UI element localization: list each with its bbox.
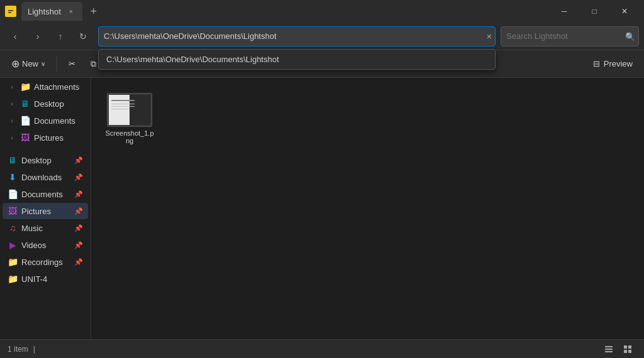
pin-icon: 📌	[74, 224, 83, 232]
cut-icon: ✂	[69, 59, 75, 68]
recordings-pin-icon: 📁	[8, 257, 18, 267]
sidebar-item-label: Pictures	[21, 207, 51, 216]
expand-icon: ›	[8, 133, 16, 142]
up-icon: ↑	[58, 31, 63, 41]
grid-view-button[interactable]	[619, 342, 636, 357]
downloads-pin-icon: ⬇	[8, 172, 18, 182]
search-input[interactable]	[501, 26, 639, 46]
back-icon: ‹	[14, 31, 17, 41]
list-view-button[interactable]	[600, 342, 618, 357]
sidebar-item-label: Music	[21, 224, 43, 233]
address-bar-container: × C:\Users\mehta\OneDrive\Documents\Ligh…	[98, 26, 496, 46]
new-tab-button[interactable]: +	[85, 3, 103, 20]
sidebar-item-videos-pin[interactable]: ▶ Videos 📌	[3, 237, 88, 253]
new-label: New	[22, 59, 38, 68]
window-controls: ─ □ ✕	[550, 2, 639, 21]
documents-pin-icon: 📄	[8, 189, 18, 199]
sidebar-item-label: Recordings	[21, 258, 63, 267]
svg-rect-6	[624, 345, 627, 349]
new-button[interactable]: ⊕ New ∨	[5, 55, 52, 72]
address-dropdown: C:\Users\mehta\OneDrive\Documents\Lights…	[98, 49, 496, 70]
sidebar-item-attachments[interactable]: › 📁 Attachments	[3, 79, 88, 95]
desktop-pin-icon: 🖥	[8, 155, 18, 165]
sidebar-divider	[0, 146, 91, 151]
dropdown-suggestion-item[interactable]: C:\Users\mehta\OneDrive\Documents\Lights…	[99, 50, 495, 69]
view-toggle	[600, 342, 636, 357]
toolbar-separator-1	[57, 57, 57, 72]
new-caret-icon: ∨	[41, 60, 45, 67]
desktop-icon: 🖥	[20, 99, 30, 109]
sidebar-item-documents-pin[interactable]: 📄 Documents 📌	[3, 186, 88, 202]
tab-lightshot[interactable]: Lightshot ×	[21, 2, 82, 21]
pin-icon: 📌	[74, 258, 83, 266]
address-clear-button[interactable]: ×	[487, 31, 492, 41]
file-name: Screenshot_1.png	[104, 129, 155, 144]
expand-icon: ›	[8, 82, 16, 91]
preview-icon: ⊟	[593, 59, 600, 68]
svg-rect-5	[605, 351, 613, 352]
cursor-indicator: |	[33, 345, 35, 354]
minimize-button[interactable]: ─	[550, 2, 579, 21]
preview-button[interactable]: ⊟ Preview	[587, 57, 639, 71]
tab-close-button[interactable]: ×	[66, 6, 76, 16]
address-input[interactable]	[98, 26, 496, 46]
pin-icon: 📌	[74, 173, 83, 182]
sidebar-item-desktop-pin[interactable]: 🖥 Desktop 📌	[3, 152, 88, 168]
sidebar-item-pictures[interactable]: › 🖼 Pictures	[3, 129, 88, 146]
sidebar-item-label: Desktop	[34, 99, 64, 109]
sidebar-item-label: Videos	[21, 241, 47, 250]
app-icon	[5, 6, 16, 17]
new-icon: ⊕	[11, 58, 19, 70]
attachments-icon: 📁	[20, 82, 30, 92]
sidebar-item-music-pin[interactable]: ♫ Music 📌	[3, 220, 88, 236]
pin-icon: 📌	[74, 156, 83, 165]
svg-rect-8	[624, 350, 627, 353]
sidebar-item-unit4[interactable]: 📁 UNIT-4	[3, 271, 88, 287]
svg-rect-0	[7, 8, 14, 15]
cut-button[interactable]: ✂	[62, 57, 82, 71]
sidebar-item-desktop[interactable]: › 🖥 Desktop	[3, 95, 88, 112]
svg-rect-3	[605, 346, 613, 347]
sidebar-item-recordings-pin[interactable]: 📁 Recordings 📌	[3, 254, 88, 270]
expand-icon: ›	[8, 116, 16, 125]
refresh-button[interactable]: ↻	[73, 26, 93, 46]
sidebar-item-documents[interactable]: › 📄 Documents	[3, 112, 88, 129]
videos-pin-icon: ▶	[8, 240, 18, 250]
sidebar-item-label: Documents	[34, 116, 75, 126]
search-icon: 🔍	[625, 31, 635, 41]
pin-icon: 📌	[74, 207, 83, 215]
sidebar-item-label: Downloads	[21, 173, 62, 182]
sidebar-item-label: Desktop	[21, 156, 52, 165]
thumbnail-preview	[109, 95, 150, 125]
sidebar-item-downloads-pin[interactable]: ⬇ Downloads 📌	[3, 169, 88, 185]
music-pin-icon: ♫	[8, 223, 18, 233]
pin-icon: 📌	[74, 190, 83, 198]
forward-button[interactable]: ›	[28, 26, 48, 46]
svg-rect-1	[8, 10, 13, 11]
sidebar-item-label: Documents	[21, 190, 63, 199]
sidebar-item-label: Pictures	[34, 133, 64, 143]
tab-area: Lightshot × +	[21, 2, 103, 21]
svg-rect-7	[628, 345, 631, 349]
sidebar-item-pictures-pin[interactable]: 🖼 Pictures 📌	[3, 203, 88, 219]
sidebar-item-label: UNIT-4	[21, 274, 47, 284]
up-button[interactable]: ↑	[50, 26, 70, 46]
sidebar-item-label: Attachments	[34, 82, 79, 92]
title-bar: Lightshot × + ─ □ ✕	[0, 0, 644, 23]
close-button[interactable]: ✕	[610, 2, 639, 21]
content-area: Screenshot_1.png	[91, 78, 644, 339]
svg-rect-4	[605, 349, 613, 350]
forward-icon: ›	[36, 31, 40, 41]
pictures-pin-icon: 🖼	[8, 206, 18, 216]
file-item-screenshot1[interactable]: Screenshot_1.png	[101, 88, 158, 149]
pin-icon: 📌	[74, 241, 83, 249]
tab-label: Lightshot	[28, 7, 61, 16]
main-area: › 📁 Attachments › 🖥 Desktop › 📄 Document…	[0, 78, 644, 339]
status-bar: 1 item |	[0, 339, 644, 358]
search-bar-container: 🔍	[501, 26, 639, 46]
refresh-icon: ↻	[79, 31, 87, 41]
maximize-button[interactable]: □	[580, 2, 609, 21]
svg-rect-2	[8, 12, 11, 13]
expand-icon: ›	[8, 99, 16, 108]
back-button[interactable]: ‹	[5, 26, 25, 46]
